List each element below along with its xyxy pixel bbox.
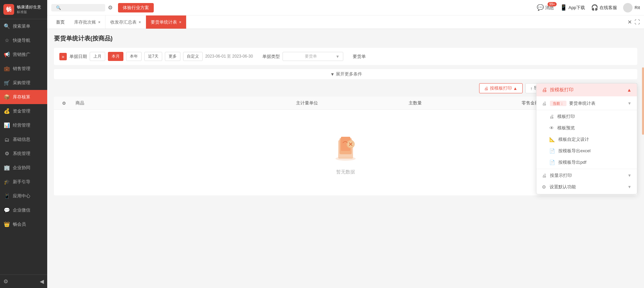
date-btn-7days[interactable]: 近7天: [144, 52, 162, 61]
app-download-button[interactable]: 📱 App下载: [560, 4, 585, 11]
search-icon: 🔍: [3, 23, 10, 30]
filter-expand-button[interactable]: »: [59, 53, 67, 60]
operation-icon: 📊: [3, 122, 10, 129]
display-print-label: 按显示打印: [550, 172, 627, 179]
print-label: 按模板打印: [490, 85, 512, 91]
date-btn-last-month[interactable]: 上月: [90, 52, 105, 61]
system-icon: ⚙: [3, 150, 10, 157]
col-qty-header: 主数量: [406, 100, 519, 106]
date-btn-custom[interactable]: 自定义: [183, 52, 203, 61]
dropdown-item-export-excel[interactable]: 📄 按模板导出excel: [536, 145, 637, 157]
type-filter-label: 单据类型: [262, 54, 280, 60]
sidebar-item-label: 资金管理: [13, 108, 30, 114]
tab-home[interactable]: 首页: [51, 15, 69, 29]
sidebar-item-label: 基础信息: [13, 136, 30, 142]
sidebar-item-search[interactable]: 🔍 搜索菜单: [0, 19, 47, 33]
collapse-icon[interactable]: ◀: [40, 278, 44, 285]
filter-bar: » 单据日期 上月 本月 本年 近7天 更多 自定义 2023-06-01 至 …: [54, 48, 637, 65]
print-chevron-icon: ▲: [513, 86, 518, 91]
settings-bottom-icon[interactable]: ⚙: [3, 278, 8, 285]
current-section-chevron-icon: ▼: [627, 101, 632, 106]
dropdown-header-chevron-icon[interactable]: ▲: [627, 87, 632, 93]
type-filter-dropdown[interactable]: 要货单 ▼: [283, 52, 343, 61]
main-area: 🔍 ⚙ 体验行业方案 💬 消息 99+ 📱 App下载 🎧 在线客服 Rit: [47, 0, 644, 288]
expand-more-button[interactable]: ▼ 展开更多条件: [54, 69, 637, 79]
sidebar-item-label: 应用中心: [13, 193, 30, 199]
message-icon: 💬: [537, 4, 544, 11]
sidebar-item-system[interactable]: ⚙ 系统管理: [0, 147, 47, 161]
display-print-chevron-icon: ▼: [627, 173, 632, 178]
dropdown-default-function-section[interactable]: ⚙ 设置默认功能 ▼: [536, 181, 637, 193]
tab-expand-icon[interactable]: ⛶: [635, 19, 640, 25]
print-icon: 🖨: [484, 86, 489, 91]
sidebar-item-member[interactable]: 👑 畅会员: [0, 217, 47, 231]
dropdown-item-template-print[interactable]: 🖨 模板打印: [536, 111, 637, 122]
tab-batch-label: 库存批次账: [74, 19, 96, 25]
page-title: 要货单统计表(按商品): [54, 34, 637, 42]
app-subtitle: 标准版: [17, 10, 41, 14]
basic-icon: 🗂: [3, 136, 10, 143]
type-filter-value: 要货单: [305, 54, 317, 59]
dropdown-item-template-design[interactable]: 📐 模板自定义设计: [536, 134, 637, 145]
message-badge: 99+: [548, 2, 557, 6]
current-badge: 当前：: [550, 101, 566, 106]
print-dropdown-header: 🖨 按模板打印 ▲: [536, 84, 637, 96]
sidebar-item-basic[interactable]: 🗂 基础信息: [0, 132, 47, 147]
date-btn-this-year[interactable]: 本年: [126, 52, 142, 61]
topbar: 🔍 ⚙ 体验行业方案 💬 消息 99+ 📱 App下载 🎧 在线客服 Rit: [47, 0, 644, 15]
date-btn-more[interactable]: 更多: [165, 52, 180, 61]
star-icon: ☆: [3, 37, 10, 44]
dropdown-header-title: 按模板打印: [550, 87, 574, 93]
marketing-icon: 📢: [3, 51, 10, 58]
tab-order-stat-close-icon[interactable]: ×: [179, 20, 181, 25]
sidebar-item-app-center[interactable]: 📱 应用中心: [0, 189, 47, 203]
export-excel-label: 按模板导出excel: [558, 148, 590, 154]
dropdown-item-export-pdf[interactable]: 📄 按模板导出pdf: [536, 157, 637, 168]
right-scrollbar[interactable]: [642, 67, 644, 135]
topbar-promo-button[interactable]: 体验行业方案: [118, 3, 154, 12]
sidebar-item-inventory[interactable]: 📦 库存核算: [0, 90, 47, 104]
sidebar-item-purchase[interactable]: 🛒 采购管理: [0, 76, 47, 90]
sidebar-item-operation[interactable]: 📊 经营管理: [0, 118, 47, 132]
user-avatar-button[interactable]: Rit: [623, 3, 640, 12]
tab-batch[interactable]: 库存批次账 ×: [69, 15, 106, 29]
sidebar-item-quick-nav[interactable]: ☆ 快捷导航: [0, 33, 47, 47]
sidebar-item-label: 新手引导: [13, 179, 30, 185]
tab-summary[interactable]: 收发存汇总表 ×: [106, 15, 146, 29]
message-button[interactable]: 💬 消息 99+: [537, 4, 554, 11]
date-range-display: 2023-06-01 至 2023-06-30: [205, 54, 253, 59]
tab-close-all-icon[interactable]: ✕: [627, 19, 632, 25]
col-check-header[interactable]: ⚙: [59, 101, 73, 106]
divider-2: [536, 169, 637, 169]
tab-order-stat[interactable]: 要货单统计表 ×: [146, 15, 186, 29]
sidebar-item-wechat[interactable]: 💬 企业微信: [0, 203, 47, 217]
export-icon: ↑: [530, 86, 533, 91]
default-function-icon: ⚙: [542, 184, 546, 190]
date-btn-this-month[interactable]: 本月: [108, 52, 123, 61]
sales-icon: 💼: [3, 65, 10, 72]
online-service-button[interactable]: 🎧 在线客服: [591, 4, 617, 11]
sidebar-item-label: 经营管理: [13, 122, 30, 128]
toolbar: 🖨 按模板打印 ▲ ↑ 导出 ↺ 刷新 ··· 查询 设置: [54, 83, 637, 93]
dropdown-item-template-preview[interactable]: 👁 模板预览: [536, 122, 637, 134]
print-button[interactable]: 🖨 按模板打印 ▲: [479, 83, 523, 93]
sidebar-item-beginner[interactable]: 🎓 新手引导: [0, 175, 47, 189]
sidebar-item-label: 畅会员: [13, 221, 26, 227]
dropdown-header-left: 🖨 按模板打印: [542, 87, 574, 93]
tab-batch-close-icon[interactable]: ×: [98, 20, 100, 25]
export-pdf-icon: 📄: [549, 160, 555, 165]
sidebar-item-enterprise[interactable]: 🏢 企业协同: [0, 161, 47, 175]
date-filter-label: 单据日期: [69, 54, 87, 60]
dropdown-current-section[interactable]: 🖨 当前： 要货单统计表 ▼: [536, 98, 637, 109]
sidebar-item-finance[interactable]: 💰 资金管理: [0, 104, 47, 118]
topbar-search[interactable]: 🔍: [51, 4, 105, 11]
dropdown-display-print-section[interactable]: 🖨 按显示打印 ▼: [536, 170, 637, 181]
app-download-label: App下载: [568, 5, 585, 11]
sidebar-item-label: 库存核算: [13, 94, 30, 100]
topbar-gear-icon[interactable]: ⚙: [108, 4, 113, 11]
export-pdf-label: 按模板导出pdf: [558, 159, 586, 165]
tab-summary-close-icon[interactable]: ×: [139, 20, 141, 25]
sidebar-item-sales[interactable]: 💼 销售管理: [0, 62, 47, 76]
tab-home-label: 首页: [56, 19, 65, 25]
sidebar-item-marketing[interactable]: 📢 营销推广: [0, 47, 47, 62]
